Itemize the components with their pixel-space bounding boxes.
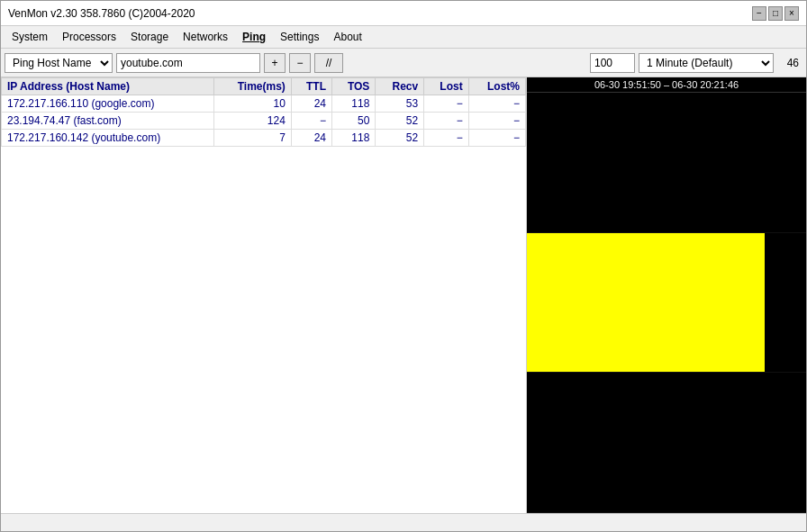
menu-system[interactable]: System bbox=[5, 28, 55, 46]
host-type-select[interactable]: Ping Host Name Ping IP Address bbox=[5, 53, 113, 73]
graph-bar bbox=[527, 233, 765, 373]
cell-lost: − bbox=[424, 95, 469, 113]
cell-recv: 52 bbox=[376, 113, 424, 130]
main-window: VenMon v2.30 358.7860 (C)2004-2020 − □ ×… bbox=[0, 0, 807, 532]
menu-ping[interactable]: Ping bbox=[235, 28, 273, 46]
graph-row-item bbox=[527, 373, 806, 513]
col-header-recv: Recv bbox=[376, 78, 424, 95]
cell-lost: − bbox=[424, 130, 469, 147]
count-input[interactable] bbox=[590, 53, 635, 73]
menu-settings[interactable]: Settings bbox=[273, 28, 326, 46]
menu-about[interactable]: About bbox=[326, 28, 368, 46]
cell-time: 10 bbox=[214, 95, 291, 113]
ping-count: 46 bbox=[777, 57, 802, 69]
cell-tos: 118 bbox=[332, 130, 376, 147]
toolbar: Ping Host Name Ping IP Address + − // 1 … bbox=[1, 49, 806, 77]
graph-row-item bbox=[527, 233, 806, 374]
table-row: 172.217.160.142 (youtube.com) 7 24 118 5… bbox=[2, 130, 526, 147]
maximize-button[interactable]: □ bbox=[768, 6, 783, 21]
table-row: 172.217.166.110 (google.com) 10 24 118 5… bbox=[2, 95, 526, 113]
cell-ttl: 24 bbox=[291, 130, 331, 147]
graph-bar bbox=[527, 93, 806, 232]
menu-bar: System Processors Storage Networks Ping … bbox=[1, 26, 806, 49]
close-button[interactable]: × bbox=[784, 6, 799, 21]
add-button[interactable]: + bbox=[264, 53, 286, 73]
pause-button[interactable]: // bbox=[314, 53, 343, 73]
col-header-tos: TOS bbox=[332, 78, 376, 95]
col-header-time: Time(ms) bbox=[214, 78, 291, 95]
cell-lost-pct: − bbox=[468, 113, 525, 130]
status-bar bbox=[1, 513, 806, 531]
cell-lost-pct: − bbox=[468, 95, 525, 113]
cell-recv: 53 bbox=[376, 95, 424, 113]
host-input[interactable] bbox=[116, 53, 260, 73]
col-header-lost: Lost bbox=[424, 78, 469, 95]
menu-processors[interactable]: Processors bbox=[55, 28, 123, 46]
table-row: 23.194.74.47 (fast.com) 124 − 50 52 − − bbox=[2, 113, 526, 130]
window-title: VenMon v2.30 358.7860 (C)2004-2020 bbox=[8, 7, 195, 20]
cell-tos: 50 bbox=[332, 113, 376, 130]
col-header-lost-pct: Lost% bbox=[468, 78, 525, 95]
cell-time: 7 bbox=[214, 130, 291, 147]
cell-ttl: − bbox=[291, 113, 331, 130]
minimize-button[interactable]: − bbox=[752, 6, 766, 21]
graph-time-range: 06-30 19:51:50 – 06-30 20:21:46 bbox=[527, 77, 806, 93]
title-bar: VenMon v2.30 358.7860 (C)2004-2020 − □ × bbox=[1, 1, 806, 26]
graph-row-item bbox=[527, 93, 806, 233]
col-header-ip: IP Address (Host Name) bbox=[2, 78, 214, 95]
interval-select[interactable]: 1 Minute (Default) 5 Minutes 15 Minutes … bbox=[639, 53, 774, 73]
menu-networks[interactable]: Networks bbox=[176, 28, 235, 46]
cell-ttl: 24 bbox=[291, 95, 331, 113]
cell-lost-pct: − bbox=[468, 130, 525, 147]
table-header-row: IP Address (Host Name) Time(ms) TTL TOS … bbox=[2, 78, 526, 95]
cell-ip: 172.217.166.110 (google.com) bbox=[2, 95, 214, 113]
cell-ip: 172.217.160.142 (youtube.com) bbox=[2, 130, 214, 147]
main-content: IP Address (Host Name) Time(ms) TTL TOS … bbox=[1, 77, 806, 513]
cell-lost: − bbox=[424, 113, 469, 130]
col-header-ttl: TTL bbox=[291, 78, 331, 95]
graph-bar bbox=[527, 373, 806, 512]
cell-recv: 52 bbox=[376, 130, 424, 147]
graph-rows bbox=[527, 93, 806, 513]
table-section: IP Address (Host Name) Time(ms) TTL TOS … bbox=[1, 77, 527, 513]
cell-ip: 23.194.74.47 (fast.com) bbox=[2, 113, 214, 130]
minus-button[interactable]: − bbox=[289, 53, 311, 73]
window-controls: − □ × bbox=[752, 6, 799, 21]
cell-tos: 118 bbox=[332, 95, 376, 113]
cell-time: 124 bbox=[214, 113, 291, 130]
menu-storage[interactable]: Storage bbox=[123, 28, 176, 46]
graph-section: 06-30 19:51:50 – 06-30 20:21:46 bbox=[527, 77, 806, 513]
ping-table: IP Address (Host Name) Time(ms) TTL TOS … bbox=[1, 77, 526, 147]
